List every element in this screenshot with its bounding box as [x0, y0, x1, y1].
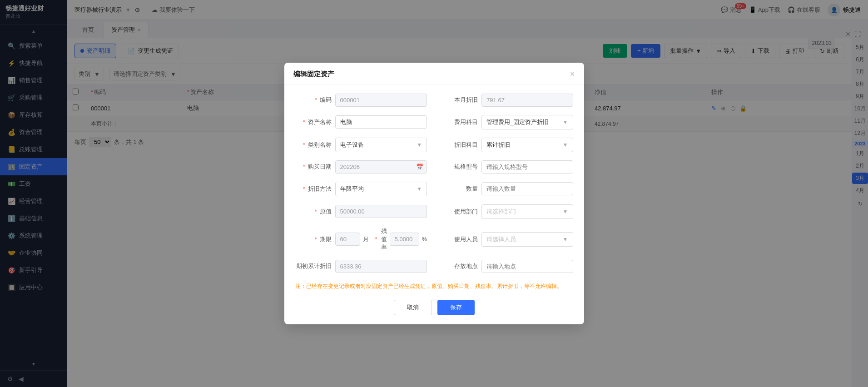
residual-unit: %	[422, 236, 427, 243]
purchase-date-label: * 购买日期	[295, 163, 332, 171]
form-person: 使用人员 请选择人员 ▼	[441, 227, 573, 252]
person-arrow-icon: ▼	[563, 236, 568, 243]
dialog-body: * 编码 本月折旧 * 资产名称	[284, 84, 584, 282]
expense-account-select[interactable]: 管理费用_固定资产折旧 ▼	[481, 115, 573, 129]
form-grid: * 编码 本月折旧 * 资产名称	[295, 94, 573, 273]
period-residual-row: 月 * 残值率 %	[335, 227, 427, 252]
form-original-value: * 原值	[295, 204, 427, 219]
dialog-overlay: 编辑固定资产 × * 编码 本月折旧	[0, 0, 868, 387]
form-asset-name: * 资产名称	[295, 115, 427, 129]
original-label: * 原值	[295, 208, 332, 216]
form-depr-method: * 折旧方法 年限平均 ▼	[295, 182, 427, 196]
category-arrow-icon: ▼	[417, 142, 422, 148]
depr-method-label: * 折旧方法	[295, 185, 332, 193]
save-button[interactable]: 保存	[437, 300, 475, 315]
category-value: 电子设备	[340, 141, 364, 149]
depr-account-value: 累计折旧	[486, 141, 510, 149]
form-expense-account: 费用科目 管理费用_固定资产折旧 ▼	[441, 115, 573, 129]
category-label: * 类别名称	[295, 141, 332, 149]
form-period-residual: * 期限 月 * 残值率 %	[295, 227, 427, 252]
dialog-close-btn[interactable]: ×	[570, 70, 575, 78]
calendar-icon[interactable]: 📅	[416, 164, 423, 170]
purchase-date-field: 📅	[335, 160, 427, 174]
expense-account-value: 管理费用_固定资产折旧	[486, 118, 549, 126]
asset-name-input[interactable]	[335, 115, 427, 129]
spec-input[interactable]	[481, 160, 573, 174]
spec-label: 规格型号	[441, 163, 478, 171]
dialog-footer: 取消 保存	[284, 294, 584, 324]
dept-arrow-icon: ▼	[563, 208, 568, 215]
expense-account-label: 费用科目	[441, 118, 478, 126]
depr-account-arrow-icon: ▼	[563, 142, 568, 148]
period-label: * 期限	[295, 235, 332, 243]
period-input[interactable]	[335, 233, 360, 246]
form-location: 存放地点	[441, 260, 573, 273]
depr-account-select[interactable]: 累计折旧 ▼	[481, 138, 573, 152]
location-label: 存放地点	[441, 262, 478, 270]
code-label: * 编码	[295, 96, 332, 104]
period-unit: 月	[363, 235, 369, 243]
form-dept: 使用部门 请选择部门 ▼	[441, 204, 573, 219]
form-initial-depr: 期初累计折旧	[295, 260, 427, 273]
purchase-date-input[interactable]	[335, 160, 427, 174]
initial-depr-label: 期初累计折旧	[295, 262, 332, 270]
form-code: * 编码	[295, 94, 427, 107]
form-category: * 类别名称 电子设备 ▼	[295, 138, 427, 152]
category-select[interactable]: 电子设备 ▼	[335, 138, 427, 152]
dialog-note: 注：已经存在变更记录或者对应固定资产已经生成凭证，原值、购买日期、残值率、累计折…	[284, 282, 584, 294]
location-input[interactable]	[481, 260, 573, 273]
expense-account-arrow-icon: ▼	[563, 119, 568, 125]
original-input[interactable]	[335, 205, 427, 218]
residual-input[interactable]	[390, 233, 419, 246]
monthly-depr-input[interactable]	[481, 94, 573, 107]
depr-method-value: 年限平均	[340, 185, 364, 193]
person-placeholder: 请选择人员	[486, 235, 516, 243]
residual-label: 残值率	[381, 227, 387, 252]
form-depr-account: 折旧科目 累计折旧 ▼	[441, 138, 573, 152]
dialog-header: 编辑固定资产 ×	[284, 63, 584, 84]
edit-asset-dialog: 编辑固定资产 × * 编码 本月折旧	[284, 63, 584, 324]
quantity-input[interactable]	[481, 182, 573, 195]
initial-depr-input[interactable]	[335, 260, 427, 273]
dept-placeholder: 请选择部门	[486, 208, 516, 216]
form-quantity: 数量	[441, 182, 573, 196]
form-monthly-depr: 本月折旧	[441, 94, 573, 107]
depr-method-select[interactable]: 年限平均 ▼	[335, 182, 427, 196]
dialog-title: 编辑固定资产	[293, 70, 334, 79]
quantity-label: 数量	[441, 185, 478, 193]
form-purchase-date: * 购买日期 📅	[295, 160, 427, 174]
person-label: 使用人员	[441, 235, 478, 243]
cancel-button[interactable]: 取消	[394, 300, 432, 315]
person-select[interactable]: 请选择人员 ▼	[481, 232, 573, 247]
depr-method-arrow-icon: ▼	[417, 186, 422, 192]
dept-label: 使用部门	[441, 208, 478, 216]
asset-name-label: * 资产名称	[295, 118, 332, 126]
monthly-depr-label: 本月折旧	[441, 96, 478, 104]
form-spec: 规格型号	[441, 160, 573, 174]
dept-select[interactable]: 请选择部门 ▼	[481, 204, 573, 219]
code-input[interactable]	[335, 94, 427, 107]
depr-account-label: 折旧科目	[441, 141, 478, 149]
